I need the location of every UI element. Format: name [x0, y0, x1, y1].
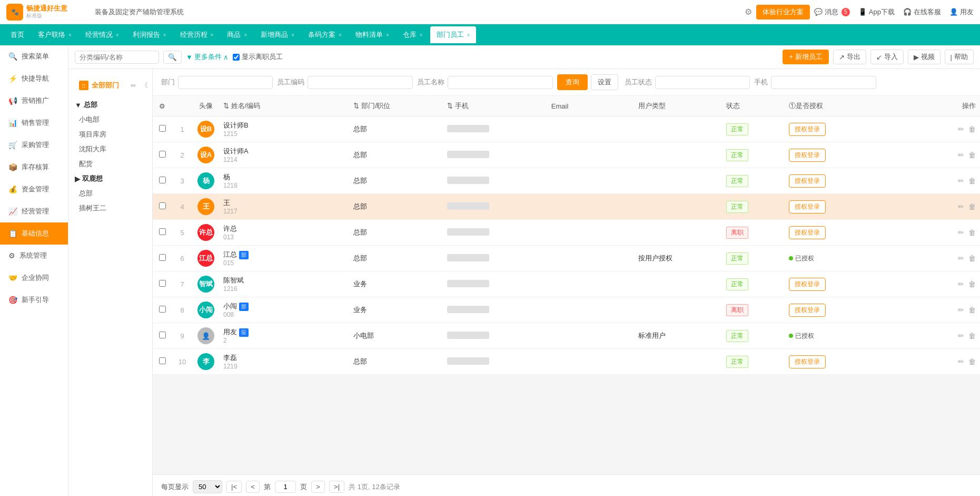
- trial-button[interactable]: 体验行业方案: [756, 5, 810, 20]
- close-icon[interactable]: ×: [116, 32, 119, 38]
- auth-login-btn[interactable]: 授权登录: [789, 278, 826, 291]
- delete-icon[interactable]: 🗑: [968, 357, 976, 366]
- auth-login-btn[interactable]: 授权登录: [789, 123, 826, 136]
- delete-icon[interactable]: 🗑: [968, 202, 976, 211]
- row-checkbox[interactable]: [159, 280, 166, 287]
- close-icon[interactable]: ×: [467, 32, 470, 38]
- messages-btn[interactable]: 💬 消息 5: [814, 7, 850, 17]
- auth-login-btn[interactable]: 授权登录: [789, 304, 826, 317]
- close-icon[interactable]: ×: [68, 32, 72, 38]
- first-page-btn[interactable]: |<: [226, 481, 242, 493]
- setting-button[interactable]: 设置: [591, 74, 618, 90]
- app-download-btn[interactable]: 📱 App下载: [858, 7, 895, 17]
- col-phone[interactable]: ⇅ 手机: [443, 96, 547, 116]
- close-icon[interactable]: ×: [291, 32, 294, 38]
- sidebar-item-marketing[interactable]: 📢 营销推广: [0, 90, 68, 112]
- cell-checkbox[interactable]: [153, 297, 172, 323]
- close-icon[interactable]: ×: [244, 32, 247, 38]
- online-service-btn[interactable]: 🎧 在线客服: [903, 7, 941, 17]
- row-checkbox[interactable]: [159, 357, 166, 364]
- edit-icon[interactable]: ✏: [958, 280, 964, 288]
- phone-filter-input[interactable]: [771, 76, 876, 89]
- edit-icon[interactable]: ✏: [958, 151, 964, 159]
- sidebar-item-nav[interactable]: ⚡ 快捷导航: [0, 67, 68, 90]
- cell-checkbox[interactable]: [153, 323, 172, 349]
- search-button[interactable]: 🔍: [163, 51, 182, 64]
- delete-icon[interactable]: 🗑: [968, 177, 976, 185]
- tab-bom[interactable]: 物料清单 ×: [349, 26, 395, 43]
- user-btn[interactable]: 👤 用友: [949, 7, 974, 17]
- more-filter-button[interactable]: ▼ 更多条件 ∧: [186, 52, 229, 62]
- edit-dept-icon[interactable]: ✏: [131, 82, 136, 90]
- cell-checkbox[interactable]: [153, 220, 172, 246]
- cell-checkbox[interactable]: [153, 349, 172, 375]
- edit-icon[interactable]: ✏: [958, 177, 964, 185]
- cell-checkbox[interactable]: [153, 168, 172, 194]
- sidebar-item-search[interactable]: 🔍 搜索菜单: [0, 45, 68, 67]
- edit-icon[interactable]: ✏: [958, 125, 964, 133]
- tab-profit[interactable]: 利润报告 ×: [126, 26, 173, 43]
- close-icon[interactable]: ×: [339, 32, 342, 38]
- dept-filter-select[interactable]: [178, 76, 273, 89]
- row-checkbox[interactable]: [159, 151, 166, 158]
- cell-checkbox[interactable]: [153, 194, 172, 220]
- dept-node-distribution[interactable]: 配货: [68, 157, 152, 171]
- page-input[interactable]: [275, 481, 296, 493]
- edit-icon[interactable]: ✏: [958, 332, 964, 340]
- delete-icon[interactable]: 🗑: [968, 280, 976, 288]
- sidebar-item-inventory[interactable]: 📦 库存核算: [0, 156, 68, 178]
- row-checkbox[interactable]: [159, 254, 166, 261]
- tab-dept-employee[interactable]: 部门员工 ×: [430, 26, 477, 43]
- row-checkbox[interactable]: [159, 177, 166, 183]
- sidebar-item-operations[interactable]: 📈 经营管理: [0, 200, 68, 222]
- delete-icon[interactable]: 🗑: [968, 151, 976, 159]
- gear-icon[interactable]: ⚙: [745, 7, 752, 17]
- sidebar-item-purchase[interactable]: 🛒 采购管理: [0, 134, 68, 156]
- all-dept-label[interactable]: :: 全部部门: [73, 77, 125, 93]
- add-employee-button[interactable]: + 新增员工: [783, 50, 828, 64]
- delete-icon[interactable]: 🗑: [968, 125, 976, 133]
- sidebar-item-basics[interactable]: 📋 基础信息: [0, 222, 68, 245]
- row-checkbox[interactable]: [159, 306, 166, 313]
- tab-history[interactable]: 经营历程 ×: [174, 26, 220, 43]
- tab-goods[interactable]: 商品 ×: [221, 26, 253, 43]
- name-filter-input[interactable]: [448, 76, 553, 89]
- row-checkbox[interactable]: [159, 228, 166, 235]
- dept-node-general2[interactable]: 总部: [68, 186, 152, 201]
- cell-checkbox[interactable]: [153, 271, 172, 297]
- query-button[interactable]: 查询: [557, 74, 588, 90]
- auth-login-btn[interactable]: 授权登录: [789, 355, 826, 368]
- row-checkbox[interactable]: [159, 332, 166, 338]
- auth-login-btn[interactable]: 授权登录: [789, 200, 826, 213]
- dept-node-small-elec[interactable]: 小电部: [68, 112, 152, 127]
- cell-checkbox[interactable]: [153, 142, 172, 168]
- dept-node-project-warehouse[interactable]: 项目库房: [68, 127, 152, 142]
- col-settings[interactable]: ⚙: [153, 96, 172, 116]
- sidebar-item-sales[interactable]: 📊 销售管理: [0, 112, 68, 134]
- tab-business[interactable]: 经营情况 ×: [79, 26, 125, 43]
- dept-node-shenyang[interactable]: 沈阳大库: [68, 142, 152, 157]
- import-button[interactable]: ↙ 导入: [870, 50, 904, 64]
- edit-icon[interactable]: ✏: [958, 202, 964, 211]
- collapse-dept-icon[interactable]: 《: [141, 81, 148, 90]
- page-size-select[interactable]: 50 100: [193, 480, 222, 493]
- tab-customer[interactable]: 客户联络 ×: [32, 26, 78, 43]
- row-checkbox[interactable]: [159, 125, 166, 132]
- dept-group-shuanglu[interactable]: ▶ 双鹿想: [68, 171, 152, 186]
- tab-home[interactable]: 首页: [4, 26, 31, 43]
- tab-barcode[interactable]: 条码方案 ×: [302, 26, 348, 43]
- col-name[interactable]: ⇅ 姓名/编码: [219, 96, 349, 116]
- close-icon[interactable]: ×: [420, 32, 423, 38]
- delete-icon[interactable]: 🗑: [968, 332, 976, 340]
- video-button[interactable]: ▶ 视频: [908, 50, 941, 64]
- help-button[interactable]: | 帮助: [945, 50, 974, 64]
- next-page-btn[interactable]: >: [311, 481, 325, 493]
- tab-warehouse[interactable]: 仓库 ×: [397, 26, 429, 43]
- delete-icon[interactable]: 🗑: [968, 254, 976, 262]
- sidebar-item-collab[interactable]: 🤝 企业协同: [0, 267, 68, 289]
- sidebar-item-finance[interactable]: 💰 资金管理: [0, 178, 68, 200]
- prev-page-btn[interactable]: <: [246, 481, 260, 493]
- export-button[interactable]: ↗ 导出: [833, 50, 866, 64]
- close-icon[interactable]: ×: [386, 32, 389, 38]
- dept-node-plant-king[interactable]: 插树王二: [68, 201, 152, 216]
